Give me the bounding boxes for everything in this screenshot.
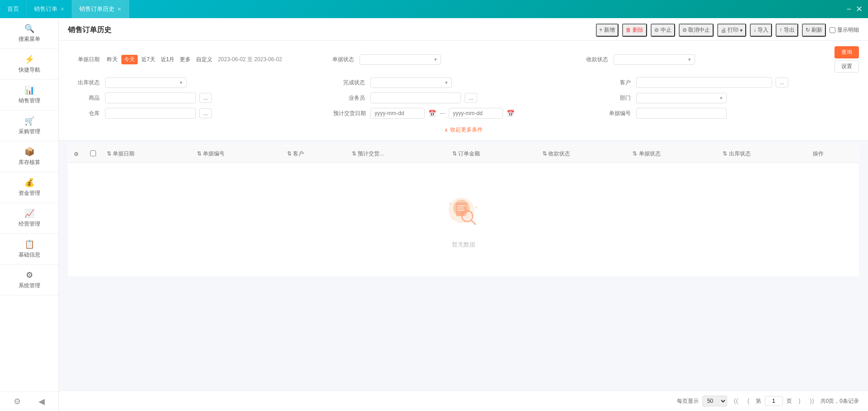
goods-input[interactable] — [105, 92, 196, 103]
customer-input[interactable] — [636, 77, 772, 88]
sidebar-item-finance[interactable]: 💰资金管理 — [0, 172, 58, 203]
print-button[interactable]: 🖨 打印 ▾ — [717, 24, 746, 37]
sidebar-item-sales-mgmt[interactable]: 📊销售管理 — [0, 80, 58, 111]
sidebar-item-base-info[interactable]: 📋基础信息 — [0, 234, 58, 265]
col-payment-status[interactable]: ⇅ 收款状态 — [537, 145, 627, 163]
tab-close-sales-order[interactable]: ✕ — [60, 6, 64, 12]
settings-icon[interactable]: ⚙ — [14, 396, 21, 406]
close-icon[interactable]: ✕ — [856, 4, 863, 14]
collapse-sidebar-icon[interactable]: ◀ — [38, 396, 45, 406]
calendar-from-icon: 📅 — [428, 110, 436, 117]
footer-bar: 每页显示 50 10 20 100 ⟨⟨ ⟨ 第 页 ⟩ ⟩⟩ 共0页，0条记录 — [59, 391, 868, 411]
expected-date-from[interactable] — [370, 108, 425, 119]
svg-line-8 — [471, 220, 475, 224]
tab-sales-order-history[interactable]: 销售订单历史✕ — [72, 0, 129, 18]
shortcut-yesterday[interactable]: 昨天 — [105, 55, 120, 64]
next-page-btn[interactable]: ⟩ — [796, 396, 803, 406]
show-detail-checkbox[interactable]: 显示明细 — [830, 26, 859, 34]
order-status-field[interactable]: ▾ — [360, 54, 571, 65]
tab-sales-order[interactable]: 销售订单✕ — [27, 0, 72, 18]
table-header: ⚙ ⇅ 单据日期 ⇅ 单据编号 ⇅ 客户 ⇅ 预计交货... ⇅ 订单金额 ⇅ … — [68, 145, 859, 163]
col-amount[interactable]: ⇅ 订单金额 — [447, 145, 537, 163]
date-shortcuts: 昨天 今天 近7天 近1月 更多 自定义 — [105, 55, 214, 64]
shortcut-custom[interactable]: 自定义 — [194, 55, 214, 64]
sidebar-label-system: 系统管理 — [19, 282, 40, 290]
settings-button[interactable]: 设置 — [834, 60, 859, 73]
warehouse-field[interactable]: ... — [105, 108, 328, 119]
col-order-number[interactable]: ⇅ 单据编号 — [192, 145, 282, 163]
col-warehouse-status[interactable]: ⇅ 出库状态 — [717, 145, 807, 163]
salesperson-ellipsis-btn[interactable]: ... — [465, 93, 477, 103]
search-menu-icon: 🔍 — [24, 24, 34, 34]
col-customer[interactable]: ⇅ 客户 — [282, 145, 346, 163]
goods-field[interactable]: ... — [105, 92, 328, 103]
pagination-summary: 共0页，0条记录 — [820, 397, 859, 405]
query-button[interactable]: 查询 — [834, 46, 859, 58]
customer-field[interactable]: ... — [636, 77, 859, 88]
finance-icon: 💰 — [24, 178, 34, 188]
col-order-date[interactable]: ⇅ 单据日期 — [101, 145, 192, 163]
sidebar-item-search-menu[interactable]: 🔍搜索菜单 — [0, 18, 58, 49]
top-bar: 首页销售订单✕销售订单历史✕ − ✕ — [0, 0, 868, 18]
refresh-button[interactable]: ↻ 刷新 — [802, 24, 826, 37]
order-number-field[interactable] — [636, 108, 859, 119]
col-settings[interactable]: ⚙ — [68, 145, 85, 163]
shortcut-today[interactable]: 今天 — [121, 55, 138, 64]
customer-ellipsis-btn[interactable]: ... — [776, 77, 788, 87]
complete-status-field[interactable]: ▾ — [370, 77, 593, 88]
shortcut-more[interactable]: 更多 — [178, 55, 192, 64]
shortcut-1month[interactable]: 近1月 — [159, 55, 177, 64]
sidebar-item-inventory[interactable]: 📦库存核算 — [0, 141, 58, 172]
department-select[interactable]: ▾ — [636, 93, 727, 103]
salesperson-input[interactable] — [370, 92, 461, 103]
shortcut-7days[interactable]: 近7天 — [139, 55, 157, 64]
salesperson-field[interactable]: ... — [370, 92, 593, 103]
stop-button[interactable]: ⊘ 中止 — [651, 24, 675, 37]
calendar-to-icon: 📅 — [507, 110, 514, 117]
page-number-input[interactable] — [765, 396, 783, 406]
col-order-status[interactable]: ⇅ 单据状态 — [627, 145, 717, 163]
delete-button[interactable]: 🗑 删除 — [622, 24, 647, 37]
prev-page-btn[interactable]: ⟨ — [744, 396, 752, 406]
expected-date-field: 📅 — 📅 — [370, 108, 593, 119]
export-button[interactable]: ↑ 导出 — [776, 24, 798, 37]
col-expected-date[interactable]: ⇅ 预计交货... — [346, 145, 447, 163]
complete-status-select[interactable]: ▾ — [370, 77, 452, 88]
page-size-select[interactable]: 50 10 20 100 — [702, 396, 727, 406]
cancel-stop-button[interactable]: ⊘ 取消中止 — [679, 24, 714, 37]
jump-label: 第 — [756, 397, 761, 405]
first-page-btn[interactable]: ⟨⟨ — [731, 396, 741, 406]
collapse-filter-btn[interactable]: ∧ 收起更多条件 — [68, 123, 859, 135]
tab-close-sales-order-history[interactable]: ✕ — [117, 6, 121, 12]
last-page-btn[interactable]: ⟩⟩ — [807, 396, 817, 406]
sidebar-label-sales-mgmt: 销售管理 — [19, 97, 40, 105]
minimize-icon[interactable]: − — [846, 5, 851, 14]
warehouse-input[interactable] — [105, 108, 196, 119]
new-button[interactable]: + 新增 — [596, 24, 619, 37]
system-icon: ⚙ — [26, 270, 33, 280]
tab-home[interactable]: 首页 — [0, 0, 27, 18]
order-number-input[interactable] — [636, 108, 727, 119]
sidebar-item-purchase-mgmt[interactable]: 🛒采购管理 — [0, 111, 58, 141]
page-title: 销售订单历史 — [68, 25, 111, 35]
expected-date-to[interactable] — [449, 108, 503, 119]
warehouse-status-label: 出库状态 — [68, 79, 100, 87]
order-status-arrow: ▾ — [434, 57, 437, 63]
sidebar-item-quick-nav[interactable]: ⚡快捷导航 — [0, 49, 58, 80]
sidebar-item-operations[interactable]: 📈经营管理 — [0, 203, 58, 234]
payment-status-select[interactable]: ▾ — [614, 54, 695, 65]
sidebar-item-system[interactable]: ⚙系统管理 — [0, 265, 58, 295]
import-button[interactable]: ↓ 导入 — [750, 24, 772, 37]
goods-ellipsis-btn[interactable]: ... — [199, 93, 212, 103]
base-info-icon: 📋 — [24, 239, 34, 249]
warehouse-status-field[interactable]: ▾ — [105, 77, 328, 88]
filter-row-2: 出库状态 ▾ 完成状态 ▾ 客户 ... — [68, 77, 859, 88]
col-checkbox[interactable] — [85, 145, 101, 163]
svg-rect-4 — [457, 208, 464, 208]
warehouse-ellipsis-btn[interactable]: ... — [199, 108, 212, 118]
order-status-select[interactable]: ▾ — [360, 54, 441, 65]
warehouse-status-select[interactable]: ▾ — [105, 77, 187, 88]
payment-status-field[interactable]: ▾ — [614, 54, 825, 65]
department-field[interactable]: ▾ — [636, 93, 859, 103]
content-area: 销售订单历史 + 新增 🗑 删除 ⊘ 中止 ⊘ 取消中止 🖨 打印 ▾ ↓ 导入… — [59, 18, 868, 411]
